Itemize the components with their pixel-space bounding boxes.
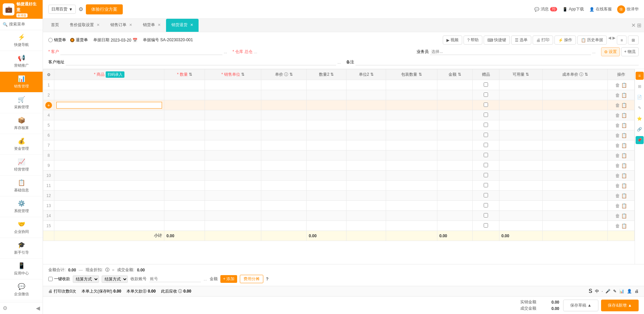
copy-row-btn[interactable]: 📋	[621, 203, 627, 208]
operation-btn[interactable]: ⚡ 操作	[554, 36, 576, 45]
delete-row-btn[interactable]: 🗑	[615, 153, 620, 158]
industry-select[interactable]: 日用百货 ▼	[48, 5, 76, 14]
available-cell[interactable]	[499, 80, 542, 90]
cost-price-cell[interactable]	[542, 201, 607, 211]
copy-row-btn[interactable]: 📋	[621, 153, 627, 158]
available-cell[interactable]	[499, 120, 542, 130]
delete-row-btn[interactable]: 🗑	[615, 133, 620, 138]
quantity2-cell[interactable]	[307, 130, 346, 140]
quantity-cell[interactable]	[164, 171, 205, 181]
copy-row-btn[interactable]: 📋	[621, 173, 627, 178]
amount-cell[interactable]	[437, 171, 473, 181]
unit2-cell[interactable]	[346, 80, 386, 90]
product-cell[interactable]	[54, 130, 164, 140]
quantity2-cell[interactable]	[307, 120, 346, 130]
copy-row-btn[interactable]: 📋	[621, 193, 627, 198]
quantity-cell[interactable]	[164, 201, 205, 211]
list-view-btn[interactable]: ≡	[617, 36, 627, 45]
pack-qty-cell[interactable]	[386, 171, 437, 181]
tab-close-sale-settings[interactable]: ✕	[97, 23, 100, 27]
delete-row-btn[interactable]: 🗑	[615, 92, 620, 98]
sidebar-item-basic[interactable]: 📋 基础信息	[0, 176, 43, 196]
shortcut-btn[interactable]: ⌨ 快捷键	[484, 36, 510, 45]
product-cell[interactable]	[54, 90, 164, 100]
sidebar-item-shortcuts[interactable]: ⚡ 快捷导航	[0, 30, 43, 51]
tab-close-all[interactable]: ✕	[631, 22, 636, 28]
panel-doc-icon[interactable]: 📄	[636, 93, 644, 101]
unit2-cell[interactable]	[346, 130, 386, 140]
customer-input[interactable]	[60, 49, 222, 55]
amount-cell[interactable]	[437, 120, 473, 130]
split-btn[interactable]: 费用分摊	[240, 275, 263, 283]
collapse-icon[interactable]: ◀	[36, 305, 40, 311]
amount-cell[interactable]	[437, 201, 473, 211]
quantity-cell[interactable]	[164, 211, 205, 221]
sidebar-item-marketing[interactable]: 📢 营销推广	[0, 51, 43, 72]
row-add-btn-cell[interactable]: +	[43, 100, 54, 110]
topbar-settings-icon[interactable]: ⚙	[78, 6, 83, 12]
quantity2-cell[interactable]	[307, 161, 346, 171]
sale-unit-cell[interactable]	[205, 221, 261, 231]
unit-price-cell[interactable]	[261, 80, 307, 90]
gift-cell[interactable]	[473, 130, 499, 140]
amount-cell[interactable]	[437, 100, 473, 110]
delete-row-btn[interactable]: 🗑	[615, 183, 620, 188]
product-cell[interactable]	[54, 80, 164, 90]
unit2-cell[interactable]	[346, 221, 386, 231]
product-cell[interactable]	[54, 120, 164, 130]
sidebar-item-operation[interactable]: 📈 经营管理	[0, 155, 43, 176]
radio-return-bill[interactable]: 退货单	[70, 37, 88, 43]
amount-cell[interactable]	[437, 161, 473, 171]
panel-link-icon[interactable]: 🔗	[636, 125, 644, 133]
gift-cell[interactable]	[473, 90, 499, 100]
sale-unit-cell[interactable]	[205, 80, 261, 90]
cost-price-cell[interactable]	[542, 191, 607, 201]
logistics-btn[interactable]: + 物流	[621, 47, 639, 56]
delete-row-btn[interactable]: 🗑	[615, 113, 620, 118]
copy-row-btn[interactable]: 📋	[621, 92, 627, 98]
sale-unit-cell[interactable]	[205, 150, 261, 161]
user-menu[interactable]: 徐 徐泽华	[617, 5, 639, 13]
unit-price-cell[interactable]	[261, 120, 307, 130]
gift-cell[interactable]	[473, 211, 499, 221]
history-btn[interactable]: 📋 历史单据	[577, 36, 607, 45]
unit-price-cell[interactable]	[261, 211, 307, 221]
unit2-cell[interactable]	[346, 161, 386, 171]
col-settings[interactable]: ⚙	[43, 69, 54, 80]
panel-list-icon[interactable]: ≡	[636, 72, 644, 80]
panel-edit-icon[interactable]: ✎	[636, 104, 644, 112]
tab-sale-bill[interactable]: 销货单 ✕	[138, 19, 166, 32]
quantity-cell[interactable]	[164, 140, 205, 150]
amount-cell[interactable]	[437, 110, 473, 120]
unit2-cell[interactable]	[346, 110, 386, 120]
product-cell[interactable]	[54, 171, 164, 181]
pack-qty-cell[interactable]	[386, 90, 437, 100]
cost-price-cell[interactable]	[542, 150, 607, 161]
copy-row-btn[interactable]: 📋	[621, 213, 627, 218]
unit2-cell[interactable]	[346, 90, 386, 100]
tab-sale-return[interactable]: 销货退货 ✕	[166, 19, 199, 32]
history-nav-next[interactable]: ▶	[612, 36, 615, 45]
cost-price-cell[interactable]	[542, 120, 607, 130]
amount-cell[interactable]	[437, 130, 473, 140]
sale-unit-cell[interactable]	[205, 130, 261, 140]
add-footer-btn[interactable]: + 添加	[220, 275, 237, 283]
card-view-btn[interactable]: ⊞	[628, 36, 639, 45]
pack-qty-cell[interactable]	[386, 191, 437, 201]
settings-side-btn[interactable]: ⚙ 设置	[601, 47, 620, 56]
table-settings-icon[interactable]: ⚙	[47, 72, 51, 77]
sale-unit-cell[interactable]	[205, 90, 261, 100]
delete-row-btn[interactable]: 🗑	[615, 143, 620, 148]
gift-cell[interactable]	[473, 181, 499, 191]
cost-price-cell[interactable]	[542, 181, 607, 191]
quantity2-cell[interactable]	[307, 181, 346, 191]
sidebar-search[interactable]: 🔍 搜索菜单	[0, 19, 43, 30]
available-cell[interactable]	[499, 181, 542, 191]
available-cell[interactable]	[499, 191, 542, 201]
delete-row-btn[interactable]: 🗑	[615, 123, 620, 128]
select-btn[interactable]: ☰ 选单	[511, 36, 531, 45]
gift-cell[interactable]	[473, 110, 499, 120]
cost-price-cell[interactable]	[542, 110, 607, 120]
pack-qty-cell[interactable]	[386, 181, 437, 191]
delete-row-btn[interactable]: 🗑	[615, 103, 620, 108]
